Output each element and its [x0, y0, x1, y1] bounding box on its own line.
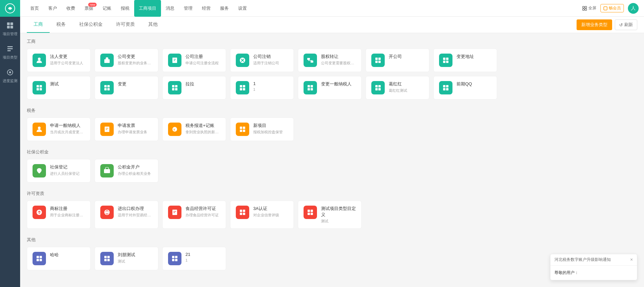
- top-navigation: 首页 客户 收费 票据 new 记账 报税 工商项目 消息 管理 经营 服务 设…: [20, 0, 644, 17]
- card-test-type[interactable]: 测试项目类型目定义 测试: [298, 201, 362, 229]
- section-title-shuiwu: 税务: [27, 107, 637, 114]
- card-3a-cert[interactable]: 3A认证 对企业信誉评级: [230, 201, 294, 229]
- svg-rect-1: [7, 22, 10, 25]
- nav-service[interactable]: 服务: [215, 0, 233, 17]
- shuiwu-section: 税务 申请一般纳税人 当月或次月成变更完成 申请发: [20, 102, 644, 144]
- card-test[interactable]: 测试: [27, 76, 91, 99]
- nav-billing[interactable]: 收费: [62, 0, 80, 17]
- nav-admin[interactable]: 管理: [179, 0, 197, 17]
- svg-rect-50: [311, 88, 313, 90]
- card-equity-transfer[interactable]: 股权转让 公司变更需要股权转让: [298, 49, 362, 72]
- section-title-qita: 其他: [27, 237, 637, 243]
- nav-settings[interactable]: 设置: [233, 0, 252, 17]
- card-company-register[interactable]: 公司注册 申请公司注册全流程: [162, 49, 226, 72]
- qita-cards: 哈哈 刘朋测试 测试: [27, 247, 637, 270]
- svg-rect-32: [40, 85, 42, 87]
- fullscreen-button[interactable]: 全屏: [582, 5, 596, 11]
- card-info: 新项目 报税加税控盘保管: [253, 123, 288, 135]
- card-info: 哈哈: [50, 252, 85, 259]
- card-change[interactable]: 变更: [95, 76, 158, 99]
- add-type-button[interactable]: 新增业务类型: [577, 19, 612, 30]
- svg-rect-7: [7, 50, 11, 51]
- card-qianqi-qq[interactable]: 前期QQ: [433, 76, 497, 99]
- main-area: 首页 客户 收费 票据 new 记账 报税 工商项目 消息 管理 经营 服务 设…: [20, 0, 644, 287]
- topnav-right: 全屏 畅会员 人: [582, 3, 639, 14]
- card-icon: [168, 252, 181, 265]
- card-open-company[interactable]: 开公司: [366, 49, 429, 72]
- nav-customer[interactable]: 客户: [44, 0, 62, 17]
- card-company-cancel[interactable]: 公司注销 适用于注销公司: [230, 49, 294, 72]
- nav-industry[interactable]: 工商项目: [134, 0, 161, 17]
- svg-rect-25: [375, 61, 378, 63]
- svg-rect-35: [104, 85, 107, 87]
- tab-xuke[interactable]: 许可资质: [109, 17, 142, 33]
- card-info: 测试项目类型目定义 测试: [321, 206, 356, 224]
- card-info: 税务报道+记账 拿到营业执照的新公司: [185, 123, 220, 135]
- card-tax-report[interactable]: ¥ 税务报道+记账 拿到营业执照的新公司: [162, 118, 226, 141]
- svg-text:¥: ¥: [173, 128, 175, 131]
- card-import-export[interactable]: 进出口权办理 适用于对外贸易经营者: [95, 201, 158, 229]
- card-num21[interactable]: 21 1: [162, 247, 226, 270]
- card-info: 公司注册 申请公司注册全流程: [185, 54, 220, 66]
- card-legal-change[interactable]: 法人变更 适用于公司变更法人: [27, 49, 91, 72]
- card-company-change[interactable]: 公司变更 股权变更外的业务变更: [95, 49, 158, 72]
- vip-button[interactable]: 畅会员: [600, 4, 624, 12]
- card-haha[interactable]: 哈哈: [27, 247, 91, 270]
- svg-rect-86: [104, 259, 107, 261]
- svg-rect-49: [308, 88, 310, 90]
- svg-rect-51: [375, 85, 378, 87]
- svg-rect-65: [240, 130, 242, 132]
- card-icon: [439, 81, 452, 94]
- card-liupeng-test[interactable]: 刘朋测试 测试: [95, 247, 158, 270]
- card-new-project[interactable]: 新项目 报税加税控盘保管: [230, 118, 294, 141]
- nav-operation[interactable]: 经营: [197, 0, 215, 17]
- card-change-taxpayer[interactable]: 变更一般纳税人: [298, 76, 362, 99]
- card-info: 测试: [50, 81, 85, 88]
- tab-gongshang[interactable]: 工商: [27, 17, 50, 33]
- refresh-button[interactable]: ↺ 刷新: [615, 19, 637, 30]
- notification-title: 河北税务数字账户升级影响通知: [554, 257, 611, 263]
- new-badge: new: [88, 3, 97, 7]
- nav-accounting[interactable]: 记账: [98, 0, 116, 17]
- section-title-xuke: 许可资质: [27, 191, 637, 197]
- fullscreen-label: 全屏: [588, 5, 596, 11]
- svg-rect-38: [107, 88, 110, 90]
- sidebar-item-project-type[interactable]: 项目类型: [0, 40, 20, 64]
- progress-icon: [5, 68, 15, 77]
- tab-shebao[interactable]: 社保公积金: [72, 17, 109, 33]
- sidebar-item-progress-monitor[interactable]: 进度监测: [0, 64, 20, 87]
- card-icon: [168, 54, 181, 67]
- svg-rect-40: [175, 85, 177, 87]
- card-food-permit[interactable]: 食品经营许可证 办理食品经营许可证: [162, 201, 226, 229]
- card-trademark[interactable]: 商标注册 用于企业商标注册服务: [27, 201, 91, 229]
- logo[interactable]: [0, 0, 20, 17]
- card-apply-invoice[interactable]: 申请发票 办理申请发票业务: [95, 118, 158, 141]
- card-lala[interactable]: 拉拉: [162, 76, 226, 99]
- tab-qita[interactable]: 其他: [142, 17, 164, 33]
- user-avatar[interactable]: 人: [628, 3, 639, 14]
- sidebar-item-project-manage[interactable]: 项目管理: [0, 17, 20, 40]
- section-title-shebao: 社保公积金: [27, 149, 637, 155]
- shebao-section: 社保公积金 社保登记 进行人员社保登记 公积金开户: [20, 144, 644, 185]
- sidebar: 项目管理 项目类型 进度监测: [0, 0, 20, 287]
- xuke-cards: 商标注册 用于企业商标注册服务 进出口权办理 适用于对外贸易经营者: [27, 201, 637, 229]
- card-info: 申请发票 办理申请发票业务: [118, 123, 153, 135]
- nav-message[interactable]: 消息: [161, 0, 179, 17]
- card-num1[interactable]: 1 1: [230, 76, 294, 99]
- nav-invoice[interactable]: 票据 new: [80, 0, 98, 17]
- svg-point-9: [9, 71, 11, 73]
- svg-rect-54: [378, 88, 381, 90]
- card-social-register[interactable]: 社保登记 进行人员社保登记: [27, 159, 91, 183]
- svg-rect-91: [175, 259, 177, 261]
- svg-rect-4: [10, 26, 13, 28]
- card-change-address[interactable]: 变更地址: [433, 49, 497, 72]
- svg-rect-52: [378, 85, 381, 87]
- nav-home[interactable]: 首页: [25, 0, 44, 17]
- svg-rect-33: [37, 88, 39, 90]
- card-apply-taxpayer[interactable]: 申请一般纳税人 当月或次月成变更完成: [27, 118, 91, 141]
- card-guhonghong[interactable]: 葛红红 葛红红测试: [366, 76, 429, 99]
- card-provident-fund[interactable]: 公积金开户 办理公积金相关业务: [95, 159, 158, 183]
- tab-shuiwu[interactable]: 税务: [50, 17, 72, 33]
- notification-close[interactable]: ×: [630, 257, 633, 262]
- nav-tax[interactable]: 报税: [116, 0, 134, 17]
